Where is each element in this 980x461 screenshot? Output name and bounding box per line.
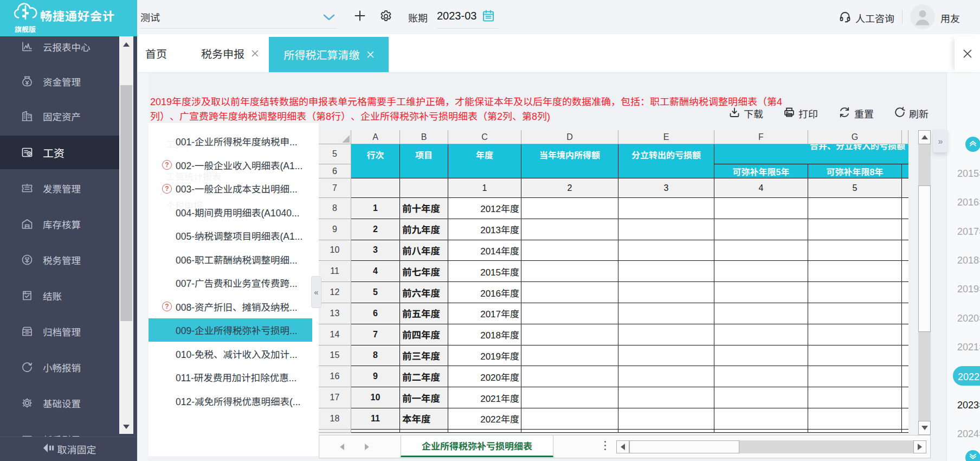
sidebar-item[interactable]: 资金管理 [0,65,119,98]
grid-cell-rowno[interactable]: 5 [351,282,400,303]
grid-cell[interactable] [521,408,618,430]
year-rail-down-button[interactable] [965,450,980,461]
grid-col-header[interactable]: B [400,130,448,144]
grid-cell-year[interactable]: 2016年度 [448,282,521,303]
sheet-next-icon[interactable] [365,444,369,450]
scroll-down-button[interactable] [918,421,931,435]
grid-cell-item[interactable]: 前八年度 [400,240,448,261]
report-list-item[interactable]: ?002-一般企业收入明细表(A1... [149,153,319,177]
grid-cell[interactable] [808,324,902,345]
sidebar-item[interactable]: 税务管理 [0,243,119,277]
grid-row-header[interactable]: 10 [319,240,351,261]
sidebar-item[interactable]: 发票管理 [0,171,119,205]
grid-cell[interactable] [714,240,808,261]
grid-header-cell[interactable]: 当年境内所得额 [521,144,618,178]
add-button[interactable] [353,9,366,24]
grid-row-header[interactable]: 9 [319,219,351,240]
grid-cell-rowno[interactable]: 9 [351,366,400,387]
period-value[interactable]: 2023-03 [437,10,476,22]
grid-header-cell[interactable]: 项目 [400,144,448,178]
question-mark-icon[interactable]: ? [162,160,172,170]
grid-cell[interactable] [808,345,902,367]
sidebar-item[interactable]: 结账 [0,279,119,312]
grid-cell[interactable] [618,366,714,387]
grid-cell[interactable] [618,282,714,303]
grid-cell[interactable] [808,261,902,282]
tab-close-icon[interactable] [367,51,374,58]
year-rail-item[interactable]: 2024年 [957,422,980,443]
chevron-down-icon[interactable] [323,13,335,23]
grid-col-header[interactable] [902,130,908,144]
grid-cell[interactable] [618,324,714,345]
grid-cell[interactable] [714,408,808,430]
grid-cell[interactable] [808,303,902,324]
year-rail-item[interactable]: 2022年 [953,366,980,386]
user-name[interactable]: 用友 [940,11,960,25]
scroll-left-button[interactable] [616,440,629,453]
year-rail-item[interactable]: 2019年 [957,278,980,298]
grid-cell-year[interactable]: 2014年度 [448,240,521,261]
question-mark-icon[interactable]: ? [162,184,172,194]
grid-cell[interactable] [400,178,448,198]
grid-col-header[interactable]: C [448,130,521,144]
grid-cell[interactable] [521,303,618,324]
tab-income-tax-settlement[interactable]: 所得税汇算清缴 [269,37,389,72]
grid-cell[interactable]: 5 [808,178,902,198]
grid-row-header[interactable]: 12 [319,282,351,303]
grid-cell[interactable] [618,198,714,219]
grid-cell[interactable] [714,324,808,345]
grid-cell-item[interactable]: 前七年度 [400,261,448,282]
grid-cell-item[interactable]: 前五年度 [400,303,448,324]
grid-header-cell[interactable]: 可弥补年限5年 [714,164,808,178]
grid-col-header[interactable]: A [351,130,400,144]
grid-cell[interactable] [808,387,902,408]
avatar[interactable] [910,4,935,29]
grid-cell[interactable] [618,261,714,282]
grid-cell[interactable]: 3 [618,178,714,198]
grid-cell[interactable] [521,387,618,408]
grid-cell-item[interactable]: 前一年度 [400,387,448,408]
grid-cell[interactable] [521,261,618,282]
sidebar-item[interactable]: 库存核算 [0,207,119,241]
grid-row-header[interactable]: 17 [319,387,351,408]
grid-cell[interactable] [714,282,808,303]
grid-row-header[interactable]: 7 [319,178,351,198]
grid-cell-year[interactable]: 2018年度 [448,324,521,345]
grid-vscrollbar-thumb[interactable] [918,185,931,332]
sidebar-item[interactable]: 固定资产 [0,99,119,133]
grid-cell[interactable] [521,366,618,387]
grid-row-header[interactable]: 11 [319,261,351,282]
grid-cell-item[interactable]: 前十年度 [400,198,448,219]
grid-vertical-scrollbar[interactable] [918,130,931,435]
report-list-item[interactable]: 007-广告费和业务宣传费跨... [149,271,319,294]
grid-row-header[interactable]: 6 [319,164,351,178]
grid-cell[interactable] [618,303,714,324]
grid-col-header[interactable]: E [618,130,714,144]
expand-rail-handle[interactable]: » [933,130,948,152]
grid-cell-item[interactable]: 本年度 [400,408,448,430]
grid-cell[interactable] [521,219,618,240]
grid-cell-rowno[interactable]: 7 [351,324,400,345]
grid-header-cell[interactable]: 分立转出的亏损额 [618,144,714,178]
grid-cell[interactable] [808,240,902,261]
grid-col-header[interactable]: D [521,130,618,144]
refresh-button[interactable]: 刷新 [894,106,929,121]
year-rail-item[interactable]: 2015年 [957,162,980,183]
sidebar-item[interactable]: 小畅报销 [0,350,119,384]
sidebar-scrollbar[interactable] [119,36,133,434]
grid-cell[interactable] [618,240,714,261]
year-rail-item[interactable]: 2018年 [957,249,980,270]
sheet-tab[interactable]: 企业所得税弥补亏损明细表 [401,436,553,457]
grid-cell-rowno[interactable]: 6 [351,303,400,324]
grid-cell-rowno[interactable]: 8 [351,345,400,367]
report-list-item[interactable]: 009-企业所得税弥补亏损明... [149,318,319,342]
collapse-panel-handle[interactable]: « [311,276,321,308]
report-list-item[interactable]: 010-免税、减计收入及加计... [149,342,319,366]
report-list-item[interactable]: 005-纳税调整项目明细表(A1... [149,224,319,247]
grid-cell[interactable]: 2 [521,178,618,198]
grid-cell[interactable] [618,219,714,240]
tab-tax-filing[interactable]: 税务申报 [201,34,259,72]
sidebar-item[interactable]: 工资 [0,136,119,169]
tab-home[interactable]: 首页 [145,34,167,72]
grid-cell[interactable] [808,408,902,430]
